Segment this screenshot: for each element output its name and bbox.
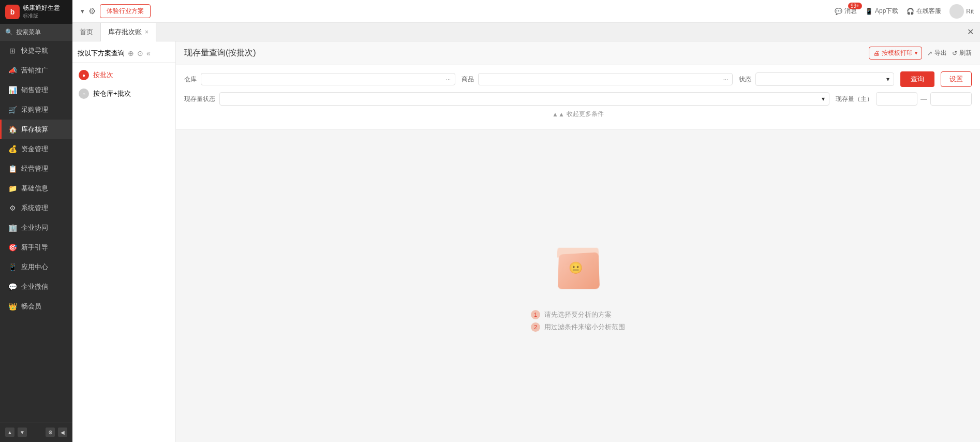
filter-row-2: 现存量状态 ▾ 现存量（主） —: [184, 92, 972, 106]
sidebar-item-basic[interactable]: 📁 基础信息: [0, 179, 72, 198]
print-icon: 🖨: [873, 50, 880, 57]
sidebar-item-label: 库存核算: [21, 125, 48, 134]
inventory-status-label: 现存量状态: [184, 95, 215, 104]
warehouse-label: 仓库: [184, 75, 197, 84]
basic-icon: 📁: [8, 184, 17, 193]
headset-icon: 🎧: [907, 8, 914, 15]
search-icon: 🔍: [5, 28, 13, 36]
gear-icon[interactable]: ⚙: [88, 6, 96, 16]
appcenter-icon: 📱: [8, 262, 17, 272]
settings-sidebar-btn[interactable]: ⚙: [46, 428, 55, 437]
purchase-icon: 🛒: [8, 105, 17, 114]
online-service-item[interactable]: 🎧 在线客服: [907, 7, 941, 16]
qty-min-input[interactable]: [876, 92, 917, 106]
tab-inventory-batch[interactable]: 库存批次账 ×: [101, 23, 156, 41]
sidebar-item-marketing[interactable]: 📣 营销推广: [0, 61, 72, 80]
collapse-panel-icon[interactable]: «: [146, 49, 151, 57]
app-logo: b: [5, 5, 20, 19]
sidebar-item-newuser[interactable]: 🎯 新手引导: [0, 238, 72, 257]
panel-close-btn[interactable]: ✕: [961, 27, 980, 37]
tab-home-label: 首页: [80, 27, 93, 37]
sidebar-item-label: 采购管理: [21, 105, 48, 114]
sidebar: b 畅康通好生意 标准版 🔍 搜索菜单 ⊞ 快捷导航 📣 营销推广 📊 销售管理…: [0, 0, 72, 442]
empty-state: 😐 1 请先选择要分析的方案 2 用过滤条件来缩小分析范围: [176, 129, 980, 442]
app-name: 畅康通好生意: [23, 4, 60, 12]
plan-item-warehouse-batch[interactable]: ○ 按仓库+批次: [72, 84, 175, 103]
sidebar-item-label: 企业微信: [21, 282, 48, 291]
sidebar-item-label: 营销推广: [21, 66, 48, 75]
query-button[interactable]: 查询: [900, 71, 934, 87]
left-panel: 按以下方案查询 ⊕ ⊙ « ● 按批次 ○ 按仓库+批次: [72, 41, 176, 442]
username: Rit: [966, 8, 974, 15]
product-filter: 商品 ···: [462, 73, 733, 85]
sidebar-item-quicknav[interactable]: ⊞ 快捷导航: [0, 41, 72, 61]
export-button[interactable]: ↗ 导出: [927, 49, 947, 57]
qty-max-input[interactable]: [930, 92, 972, 106]
sidebar-nav: ⊞ 快捷导航 📣 营销推广 📊 销售管理 🛒 采购管理 🏠 库存核算 💰 资金管…: [0, 41, 72, 422]
collapse-more-btn[interactable]: ▲▲ 收起更多条件: [184, 106, 972, 123]
print-chevron-icon: ▾: [915, 50, 917, 56]
scroll-down-btn[interactable]: ▼: [18, 428, 27, 437]
export-icon: ↗: [927, 50, 932, 57]
print-button[interactable]: 🖨 按模板打印 ▾: [869, 47, 922, 60]
sidebar-item-purchase[interactable]: 🛒 采购管理: [0, 100, 72, 120]
plan-item-label: 按批次: [93, 70, 113, 80]
inventory-status-select[interactable]: ▾: [219, 92, 829, 106]
hint-num-2: 2: [531, 322, 540, 332]
sidebar-item-appcenter[interactable]: 📱 应用中心: [0, 257, 72, 277]
plan-item-batch[interactable]: ● 按批次: [72, 66, 175, 84]
system-icon: ⚙: [8, 203, 17, 213]
sidebar-search[interactable]: 🔍 搜索菜单: [0, 24, 72, 41]
scroll-up-btn[interactable]: ▲: [5, 428, 14, 437]
sidebar-item-label: 基础信息: [21, 184, 48, 193]
messages-badge: 99+: [848, 3, 862, 9]
sidebar-item-sales[interactable]: 📊 销售管理: [0, 80, 72, 100]
sidebar-item-label: 快捷导航: [21, 46, 48, 55]
collapse-label: 收起更多条件: [567, 110, 604, 119]
add-plan-icon[interactable]: ⊕: [128, 49, 134, 57]
messages-item[interactable]: 💬 消息 99+: [835, 7, 857, 16]
empty-hint-1: 1 请先选择要分析的方案: [531, 310, 625, 319]
user-profile[interactable]: Rit: [949, 4, 974, 19]
member-icon: 👑: [8, 302, 17, 311]
config-plan-icon[interactable]: ⊙: [137, 49, 143, 57]
product-more-icon: ···: [723, 76, 728, 82]
sidebar-item-weixin[interactable]: 💬 企业微信: [0, 277, 72, 297]
sidebar-item-enterprise[interactable]: 🏢 企业协同: [0, 218, 72, 238]
topbar-dropdown[interactable]: ▾: [79, 7, 84, 15]
refresh-button[interactable]: ↺ 刷新: [952, 49, 972, 57]
enterprise-icon: 🏢: [8, 223, 17, 232]
sidebar-item-system[interactable]: ⚙ 系统管理: [0, 198, 72, 218]
warehouse-more-icon: ···: [446, 76, 451, 82]
topbar-left: ▾ ⚙ 体验行业方案: [79, 4, 829, 18]
hint-text-2: 用过滤条件来缩小分析范围: [544, 322, 625, 332]
product-label: 商品: [462, 75, 474, 84]
sales-icon: 📊: [8, 85, 17, 95]
warehouse-input[interactable]: ···: [201, 73, 455, 85]
status-label: 状态: [739, 75, 751, 84]
left-panel-title: 按以下方案查询: [78, 49, 125, 58]
collapse-sidebar-btn[interactable]: ◀: [58, 428, 67, 437]
search-label: 搜索菜单: [16, 28, 41, 37]
sidebar-item-member[interactable]: 👑 畅会员: [0, 297, 72, 316]
tab-home[interactable]: 首页: [72, 23, 101, 41]
product-input[interactable]: ···: [478, 73, 733, 85]
sidebar-item-operations[interactable]: 📋 经营管理: [0, 159, 72, 179]
range-dash: —: [920, 95, 927, 103]
chevron-down-icon: ▾: [81, 7, 84, 15]
quicknav-icon: ⊞: [8, 46, 17, 55]
right-content: 现存量查询(按批次) 🖨 按模板打印 ▾ ↗ 导出 ↺ 刷新: [176, 41, 980, 442]
print-label: 按模板打印: [882, 49, 913, 57]
status-select[interactable]: ▾: [755, 72, 894, 86]
experience-button[interactable]: 体验行业方案: [100, 4, 151, 18]
settings-button[interactable]: 设置: [941, 71, 972, 87]
tab-close-icon[interactable]: ×: [145, 28, 149, 36]
avatar: [949, 4, 964, 19]
app-download-item[interactable]: 📱 App下载: [865, 7, 898, 16]
sidebar-item-label: 应用中心: [21, 262, 48, 272]
sidebar-item-inventory[interactable]: 🏠 库存核算: [0, 120, 72, 139]
sidebar-item-label: 销售管理: [21, 85, 48, 95]
sidebar-item-label: 企业协同: [21, 223, 48, 232]
sidebar-item-finance[interactable]: 💰 资金管理: [0, 139, 72, 159]
main-area: ▾ ⚙ 体验行业方案 💬 消息 99+ 📱 App下载 🎧 在线客服 Rit: [72, 0, 980, 442]
